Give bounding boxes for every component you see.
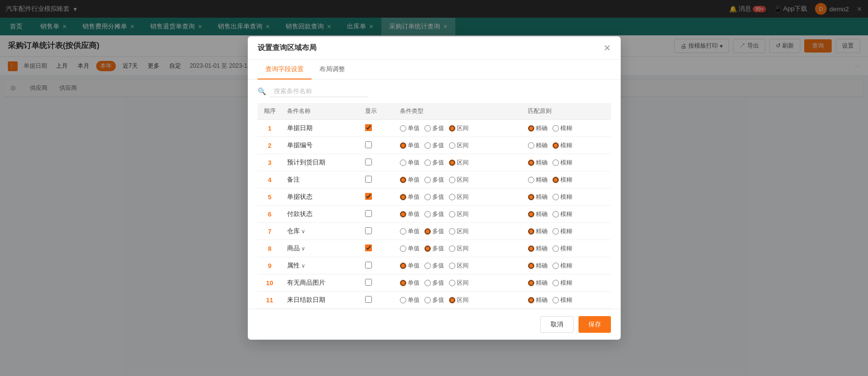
modal-tab-layout[interactable]: 布局调整: [312, 60, 353, 80]
modal-tabs: 查询字段设置 布局调整: [248, 60, 621, 80]
modal-title: 设置查询区域布局: [258, 43, 316, 53]
search-input[interactable]: [270, 85, 368, 97]
search-box-area: 🔍: [248, 80, 621, 101]
modal-tab-query-fields[interactable]: 查询字段设置: [258, 60, 312, 80]
search-icon: 🔍: [258, 87, 266, 95]
modal-close-button[interactable]: ✕: [604, 44, 611, 53]
settings-modal: 设置查询区域布局 ✕ 查询字段设置 布局调整 🔍 顺序 条件名称: [248, 36, 621, 101]
modal-overlay[interactable]: 设置查询区域布局 ✕ 查询字段设置 布局调整 🔍 顺序 条件名称: [0, 0, 868, 101]
modal-header: 设置查询区域布局 ✕: [248, 36, 621, 60]
